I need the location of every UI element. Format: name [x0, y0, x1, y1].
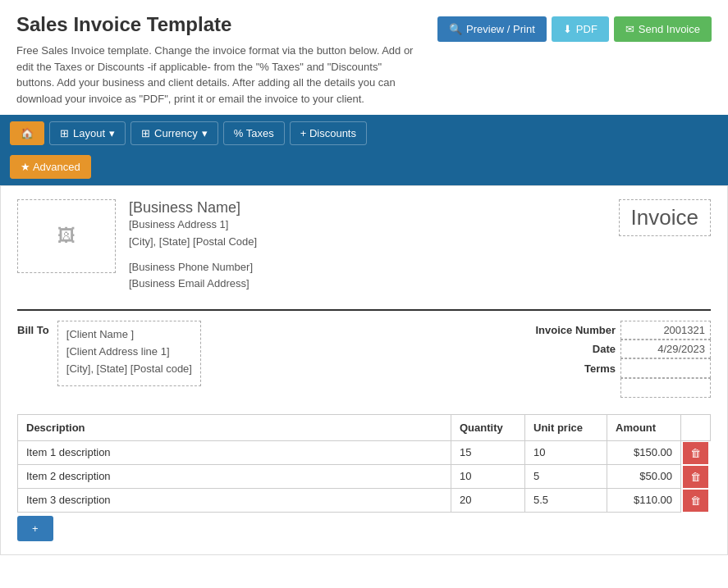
page-title: Sales Invoice Template [16, 13, 437, 36]
row-delete-cell[interactable]: 🗑 [681, 489, 711, 513]
terms-value[interactable] [620, 358, 711, 378]
col-description: Description [18, 415, 451, 441]
image-icon: 🖼 [57, 226, 76, 247]
business-address1[interactable]: [Business Address 1] [129, 217, 257, 234]
terms-row: Terms [530, 358, 711, 378]
business-info: [Business Name] [Business Address 1] [Ci… [129, 199, 257, 293]
row-description-cell[interactable]: Item 1 description [18, 441, 451, 465]
row-unit-price-cell[interactable]: 5.5 [525, 489, 607, 513]
client-info-box[interactable]: [Client Name ] [Client Address line 1] [… [57, 321, 201, 386]
business-name[interactable]: [Business Name] [129, 199, 257, 217]
advanced-button[interactable]: ★ Advanced [10, 155, 91, 179]
currency-chevron-icon: ▾ [202, 127, 208, 139]
business-phone[interactable]: [Business Phone Number] [129, 259, 257, 276]
invoice-body: 🖼 [Business Name] [Business Address 1] [… [0, 185, 728, 555]
invoice-title-area: Invoice [619, 199, 711, 236]
send-invoice-button[interactable]: ✉ Send Invoice [614, 16, 712, 42]
row-quantity-cell[interactable]: 20 [451, 489, 525, 513]
row-amount-cell: $110.00 [607, 489, 681, 513]
taxes-button[interactable]: % Taxes [223, 121, 285, 145]
currency-icon: ⊞ [141, 127, 150, 139]
row-quantity-cell[interactable]: 15 [451, 441, 525, 465]
delete-row-button[interactable]: 🗑 [683, 490, 708, 512]
items-table: Description Quantity Unit price Amount I… [17, 414, 711, 513]
layout-button[interactable]: ⊞ Layout ▾ [49, 121, 126, 145]
table-row: Item 1 description 15 10 $150.00 🗑 [18, 441, 711, 465]
row-unit-price-cell[interactable]: 10 [525, 441, 607, 465]
invoice-title: Invoice [631, 205, 698, 230]
search-icon: 🔍 [449, 23, 462, 35]
email-icon: ✉ [625, 23, 634, 35]
invoice-number-row: Invoice Number 2001321 [530, 321, 711, 340]
logo-area[interactable]: 🖼 [17, 199, 116, 273]
row-delete-cell[interactable]: 🗑 [681, 441, 711, 465]
extra-value[interactable] [620, 378, 711, 398]
row-quantity-cell[interactable]: 10 [451, 465, 525, 489]
extra-row [530, 378, 711, 398]
toolbar: 🏠 ⊞ Layout ▾ ⊞ Currency ▾ % Taxes + Disc… [0, 115, 728, 185]
date-row: Date 4/29/2023 [530, 340, 711, 358]
row-unit-price-cell[interactable]: 5 [525, 465, 607, 489]
table-header-row: Description Quantity Unit price Amount [18, 415, 711, 441]
col-unit-price: Unit price [525, 415, 607, 441]
business-header: 🖼 [Business Name] [Business Address 1] [… [17, 199, 711, 293]
terms-label: Terms [530, 360, 620, 377]
date-value[interactable]: 4/29/2023 [620, 340, 711, 358]
billing-row: Bill To [Client Name ] [Client Address l… [17, 321, 711, 398]
client-address1[interactable]: [Client Address line 1] [66, 344, 192, 361]
extra-label [530, 385, 620, 390]
bill-to-label: Bill To [17, 324, 49, 336]
page-description: Free Sales Invoice template. Change the … [16, 43, 419, 107]
row-description-cell[interactable]: Item 2 description [18, 465, 451, 489]
table-row: Item 2 description 10 5 $50.00 🗑 [18, 465, 711, 489]
table-row: Item 3 description 20 5.5 $110.00 🗑 [18, 489, 711, 513]
layout-icon: ⊞ [60, 127, 69, 139]
row-amount-cell: $50.00 [607, 465, 681, 489]
home-icon: 🏠 [21, 127, 34, 139]
business-email[interactable]: [Business Email Address] [129, 276, 257, 293]
delete-row-button[interactable]: 🗑 [683, 442, 708, 464]
row-description-cell[interactable]: Item 3 description [18, 489, 451, 513]
delete-row-button[interactable]: 🗑 [683, 466, 708, 488]
invoice-number-value[interactable]: 2001321 [620, 321, 711, 340]
pdf-button[interactable]: ⬇ PDF [552, 16, 609, 42]
preview-print-button[interactable]: 🔍 Preview / Print [437, 16, 547, 42]
row-delete-cell[interactable]: 🗑 [681, 465, 711, 489]
home-button[interactable]: 🏠 [10, 121, 44, 145]
client-name[interactable]: [Client Name ] [66, 326, 192, 344]
layout-chevron-icon: ▾ [109, 127, 115, 139]
discounts-button[interactable]: + Discounts [290, 121, 367, 145]
bill-to-section: Bill To [Client Name ] [Client Address l… [17, 321, 201, 398]
row-amount-cell: $150.00 [607, 441, 681, 465]
download-icon: ⬇ [563, 23, 572, 35]
invoice-meta: Invoice Number 2001321 Date 4/29/2023 Te… [530, 321, 711, 398]
col-actions [681, 415, 711, 441]
add-item-button[interactable]: + [17, 516, 53, 541]
invoice-number-label: Invoice Number [530, 321, 620, 339]
client-city-state[interactable]: [City], [State] [Postal code] [66, 361, 192, 378]
divider [17, 309, 711, 311]
col-amount: Amount [607, 415, 681, 441]
date-label: Date [530, 340, 620, 358]
currency-button[interactable]: ⊞ Currency ▾ [130, 121, 218, 145]
business-city-state[interactable]: [City], [State] [Postal Code] [129, 234, 257, 251]
col-quantity: Quantity [451, 415, 525, 441]
invoice-title-box: Invoice [619, 199, 711, 236]
